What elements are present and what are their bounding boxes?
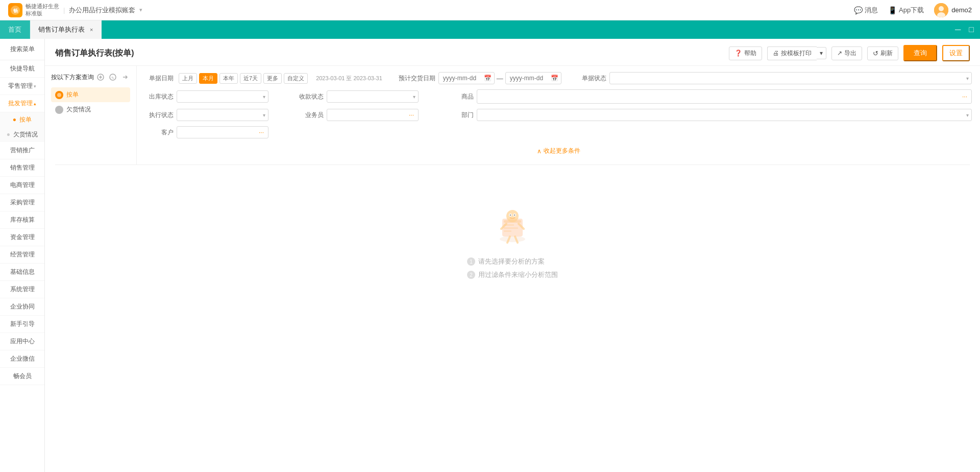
date-btn-this-month[interactable]: 本月 bbox=[199, 73, 217, 84]
user-info[interactable]: demo2 bbox=[934, 3, 972, 17]
system-title-dropdown[interactable]: ▾ bbox=[139, 7, 142, 13]
sidebar-item-inventory[interactable]: 库存核算 bbox=[0, 211, 44, 229]
date-btn-more[interactable]: 更多 bbox=[263, 73, 282, 84]
bill-status-select[interactable] bbox=[609, 72, 972, 84]
sidebar-item-collab[interactable]: 企业协同 bbox=[0, 298, 44, 316]
app-label: App下载 bbox=[899, 6, 924, 15]
sidebar-item-purchase[interactable]: 采购管理 bbox=[0, 194, 44, 211]
filter-item-customer: 客户 ··· bbox=[145, 126, 268, 138]
management-label: 经营管理 bbox=[10, 251, 35, 258]
collapse-scheme-icon[interactable] bbox=[120, 72, 130, 82]
print-dropdown-btn[interactable]: ▾ bbox=[817, 47, 826, 59]
sidebar-item-member[interactable]: 畅会员 bbox=[0, 368, 44, 385]
sub-menu-item-欠货情况[interactable]: ● 欠货情况 bbox=[0, 127, 44, 142]
sidebar-item-basic-info[interactable]: 基础信息 bbox=[0, 264, 44, 281]
app-download-btn[interactable]: App下载 bbox=[888, 6, 924, 15]
sub-menu-item-按单[interactable]: ● 按单 bbox=[0, 112, 44, 127]
tab-active[interactable]: 销售订单执行表 × bbox=[30, 20, 102, 39]
export-btn[interactable]: 导出 bbox=[831, 46, 862, 60]
page-container: 销售订单执行表(按单) 帮助 按模板打印 ▾ bbox=[45, 39, 980, 472]
bill-status-wrapper bbox=[609, 72, 972, 84]
system-label: 系统管理 bbox=[10, 286, 35, 293]
payment-status-select[interactable] bbox=[327, 90, 419, 103]
tab-maximize-btn[interactable]: □ bbox=[967, 24, 976, 35]
header-right: 消息 App下载 demo2 bbox=[854, 3, 972, 17]
sidebar-item-guide[interactable]: 新手引导 bbox=[0, 316, 44, 333]
hint-num-1: 1 bbox=[467, 257, 475, 266]
message-btn[interactable]: 消息 bbox=[854, 6, 878, 15]
search-menu-btn[interactable]: 搜索菜单 bbox=[4, 43, 40, 56]
delivery-status-select[interactable] bbox=[177, 90, 268, 103]
refresh-icon bbox=[873, 50, 878, 57]
scheme-item-欠货情况[interactable]: 欠货情况 bbox=[51, 102, 130, 117]
user-name: demo2 bbox=[951, 6, 972, 14]
sidebar-item-marketing[interactable]: 营销推广 bbox=[0, 142, 44, 159]
svg-text:✎: ✎ bbox=[111, 76, 114, 80]
date-btn-this-year[interactable]: 本年 bbox=[219, 73, 238, 84]
payment-status-wrapper bbox=[327, 90, 419, 103]
collapse-up-icon: ∧ bbox=[537, 148, 542, 155]
sidebar-item-wholesale[interactable]: 批发管理 ▴ bbox=[0, 95, 44, 112]
empty-state: 1 请先选择要分析的方案 2 用过滤条件来缩小分析范围 bbox=[55, 165, 970, 324]
date-btn-7days[interactable]: 近7天 bbox=[240, 73, 261, 84]
purchase-label: 采购管理 bbox=[10, 199, 35, 206]
filter-scheme-actions: ✎ bbox=[95, 72, 130, 82]
logo-icon: 畅 bbox=[8, 3, 22, 17]
expected-date-start[interactable] bbox=[438, 72, 495, 84]
sub-item-label: 按单 bbox=[19, 116, 32, 123]
message-icon bbox=[854, 6, 863, 14]
refresh-btn[interactable]: 刷新 bbox=[867, 46, 898, 60]
customer-input-area[interactable]: ··· bbox=[177, 126, 268, 138]
add-scheme-icon[interactable] bbox=[95, 72, 106, 82]
sidebar-item-sales[interactable]: 销售管理 bbox=[0, 159, 44, 177]
filter-item-date: 单据日期 上月 本月 本年 近7天 更多 自定义 bbox=[145, 73, 308, 84]
sidebar-item-system[interactable]: 系统管理 bbox=[0, 281, 44, 298]
wechat-label: 企业微信 bbox=[10, 355, 35, 362]
department-select[interactable] bbox=[477, 109, 972, 121]
collab-label: 企业协同 bbox=[10, 303, 35, 310]
tab-minimize-btn[interactable]: ─ bbox=[953, 24, 963, 35]
sidebar-item-app-center[interactable]: 应用中心 bbox=[0, 333, 44, 350]
svg-point-3 bbox=[939, 6, 944, 11]
payment-status-label: 收款状态 bbox=[295, 92, 324, 101]
ecommerce-label: 电商管理 bbox=[10, 181, 35, 188]
filter-item-expected-date: 预计交货日期 📅 — 📅 bbox=[399, 72, 561, 84]
salesperson-input-area[interactable]: ··· bbox=[327, 109, 419, 121]
exec-status-select[interactable] bbox=[177, 109, 268, 121]
goods-input-area[interactable]: ··· bbox=[477, 89, 972, 104]
print-label: 按模板打印 bbox=[781, 49, 812, 58]
scheme-item-按单[interactable]: 按单 bbox=[51, 87, 130, 102]
page-header: 销售订单执行表(按单) 帮助 按模板打印 ▾ bbox=[45, 39, 980, 66]
print-btn[interactable]: 按模板打印 bbox=[767, 46, 817, 60]
date-btn-last-month[interactable]: 上月 bbox=[179, 73, 197, 84]
date-btn-custom[interactable]: 自定义 bbox=[284, 73, 308, 84]
goods-more-icon[interactable]: ··· bbox=[962, 93, 967, 100]
sub-item-dot2: ● bbox=[7, 131, 10, 138]
sidebar-item-wechat[interactable]: 企业微信 bbox=[0, 350, 44, 368]
sidebar-item-retail[interactable]: 零售管理 ▾ bbox=[0, 78, 44, 95]
quick-nav-label: 快捷导航 bbox=[10, 65, 35, 72]
sidebar-item-ecommerce[interactable]: 电商管理 bbox=[0, 177, 44, 194]
tab-close-icon[interactable]: × bbox=[90, 27, 93, 33]
empty-icon bbox=[492, 206, 533, 247]
expected-date-end[interactable] bbox=[505, 72, 561, 84]
sidebar-item-finance[interactable]: 资金管理 bbox=[0, 229, 44, 246]
query-btn[interactable]: 查询 bbox=[903, 45, 937, 61]
tab-active-label: 销售订单执行表 bbox=[38, 25, 85, 34]
wholesale-arrow: ▴ bbox=[34, 101, 36, 106]
customer-more-icon[interactable]: ··· bbox=[259, 129, 264, 136]
sidebar-item-management[interactable]: 经营管理 bbox=[0, 246, 44, 264]
filter-scheme-title: 按以下方案查询 bbox=[51, 73, 94, 82]
sidebar-item-quick-nav[interactable]: 快捷导航 bbox=[0, 60, 44, 78]
salesperson-more-icon[interactable]: ··· bbox=[409, 111, 414, 119]
settings-btn[interactable]: 设置 bbox=[942, 45, 970, 61]
export-icon bbox=[837, 50, 842, 57]
help-btn[interactable]: 帮助 bbox=[729, 46, 762, 60]
collapse-btn[interactable]: ∧ 收起更多条件 bbox=[145, 144, 972, 158]
filter-scheme-header: 按以下方案查询 bbox=[51, 72, 130, 82]
tab-bar: 首页 销售订单执行表 × ─ □ bbox=[0, 20, 980, 39]
edit-scheme-icon[interactable]: ✎ bbox=[108, 72, 118, 82]
help-label: 帮助 bbox=[744, 49, 756, 58]
user-avatar bbox=[934, 3, 948, 17]
tab-home[interactable]: 首页 bbox=[0, 20, 30, 39]
